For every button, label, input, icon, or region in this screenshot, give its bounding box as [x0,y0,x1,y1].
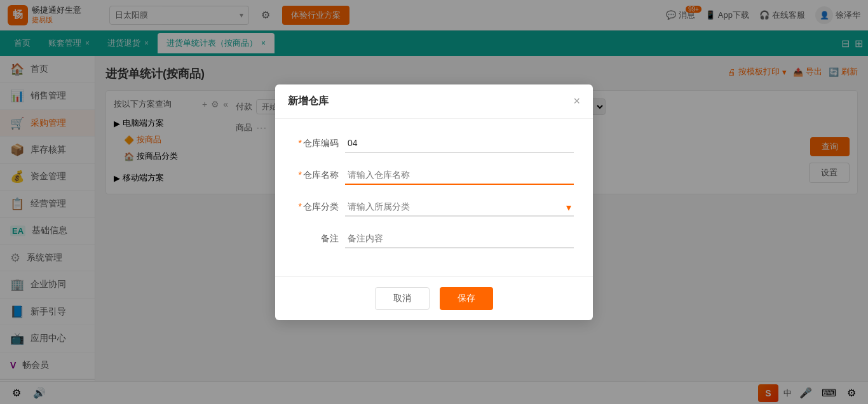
save-button[interactable]: 保存 [440,287,493,310]
category-form-row: *仓库分类 ▾ [294,198,574,217]
add-warehouse-modal: 新增仓库 × *仓库编码 04 *仓库名称 *仓库分类 [275,84,593,320]
modal-body: *仓库编码 04 *仓库名称 *仓库分类 ▾ [275,119,593,276]
name-input[interactable] [345,166,574,185]
note-form-row: 备注 [294,229,574,248]
code-form-row: *仓库编码 04 [294,134,574,153]
category-label: *仓库分类 [294,201,345,213]
cancel-button[interactable]: 取消 [375,287,430,310]
modal-overlay: 新增仓库 × *仓库编码 04 *仓库名称 *仓库分类 [0,0,868,404]
modal-footer: 取消 保存 [275,276,593,320]
category-required-star: * [299,201,302,212]
category-dropdown-arrow[interactable]: ▾ [566,201,571,213]
note-input[interactable] [345,229,574,248]
name-required-star: * [299,170,302,180]
modal-close-button[interactable]: × [573,95,580,108]
category-input[interactable] [345,198,574,217]
category-select-wrap: ▾ [345,198,574,217]
modal-title: 新增仓库 [288,95,329,108]
code-required-star: * [299,138,302,148]
code-input[interactable] [345,134,574,153]
name-label: *仓库名称 [294,170,345,181]
code-label: *仓库编码 [294,138,345,149]
note-label: 备注 [294,233,345,245]
name-form-row: *仓库名称 [294,166,574,185]
modal-header: 新增仓库 × [275,84,593,119]
